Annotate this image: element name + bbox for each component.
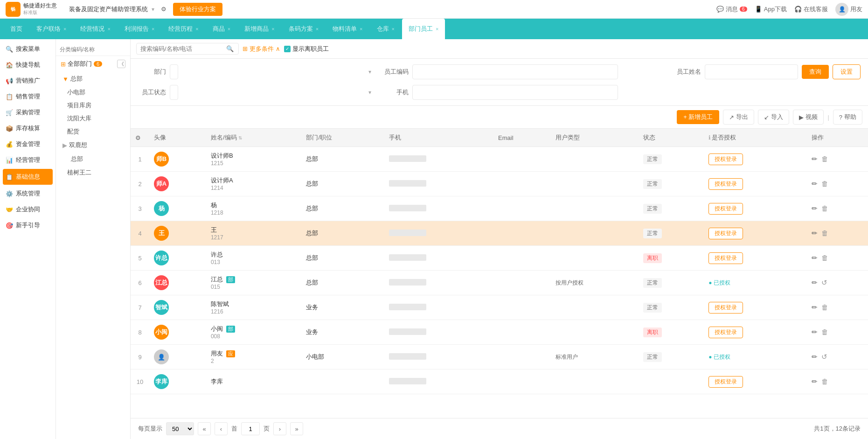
dept-node-shuanglu[interactable]: ▶ 双鹿想	[56, 138, 130, 152]
col-name[interactable]: 姓名/编码 ⇅	[206, 129, 301, 147]
query-button[interactable]: 查询	[802, 65, 829, 79]
page-size-select[interactable]: 50 20 100	[166, 422, 194, 435]
video-button[interactable]: ▶ 视频	[793, 110, 824, 125]
authorize-button[interactable]: 授权登录	[708, 302, 743, 314]
delete-icon[interactable]: 🗑	[821, 254, 828, 262]
dept-search-input[interactable]	[60, 46, 130, 53]
edit-icon[interactable]: ✏	[812, 254, 818, 262]
next-page-button[interactable]: ›	[273, 422, 286, 435]
tab-warehouse-close[interactable]: ×	[392, 26, 395, 32]
delete-icon[interactable]: ↺	[821, 353, 827, 361]
last-page-button[interactable]: »	[290, 422, 303, 435]
delete-icon[interactable]: 🗑	[821, 155, 828, 163]
tab-customer[interactable]: 客户联络 ×	[30, 19, 73, 39]
authorize-button[interactable]: 授权登录	[708, 178, 743, 190]
export-button[interactable]: ↗ 导出	[723, 110, 754, 125]
tab-bom-close[interactable]: ×	[360, 26, 362, 32]
tab-goods[interactable]: 商品 ×	[206, 19, 237, 39]
sidebar-item-system[interactable]: ⚙️ 系统管理	[0, 186, 56, 202]
authorize-button[interactable]: 授权登录	[708, 252, 743, 264]
delete-icon[interactable]: ↺	[821, 279, 827, 287]
tab-barcode-close[interactable]: ×	[316, 26, 319, 32]
edit-icon[interactable]: ✏	[812, 328, 818, 336]
sidebar-item-finance[interactable]: 💰 资金管理	[0, 136, 56, 152]
messages-button[interactable]: 💬 消息 6	[716, 5, 747, 14]
edit-icon[interactable]: ✏	[812, 155, 818, 163]
empcode-filter-input[interactable]	[412, 64, 618, 79]
tab-customer-close[interactable]: ×	[63, 26, 66, 32]
sidebar-item-marketing[interactable]: 📢 营销推广	[0, 73, 56, 89]
dept-sub-project[interactable]: 项目库房	[56, 99, 130, 112]
sidebar-item-purchase[interactable]: 🛒 采购管理	[0, 105, 56, 120]
tab-profit-close[interactable]: ×	[152, 26, 154, 32]
tab-add-goods-close[interactable]: ×	[271, 26, 274, 32]
dept-sub-shenyang[interactable]: 沈阳大库	[56, 112, 130, 125]
add-employee-button[interactable]: + 新增员工	[677, 110, 719, 124]
col-settings[interactable]: ⚙	[131, 129, 149, 147]
dept-sub-xiao-dian[interactable]: 小电部	[56, 86, 130, 99]
sidebar-item-search[interactable]: 🔍 搜索菜单	[0, 41, 56, 57]
tab-employees[interactable]: 部门员工 ×	[402, 19, 445, 39]
tab-history-close[interactable]: ×	[195, 26, 198, 32]
edit-icon[interactable]: ✏	[812, 180, 818, 188]
sidebar-item-inventory[interactable]: 📦 库存核算	[0, 120, 56, 136]
dropdown-icon[interactable]: ▾	[152, 6, 154, 13]
edit-icon[interactable]: ✏	[812, 279, 818, 287]
delete-icon[interactable]: 🗑	[821, 303, 828, 312]
trial-button[interactable]: 体验行业方案	[173, 3, 222, 16]
tab-operation-close[interactable]: ×	[107, 26, 110, 32]
delete-icon[interactable]: 🗑	[821, 180, 828, 188]
app-download-button[interactable]: 📱 App下载	[755, 5, 787, 14]
sidebar-item-corp[interactable]: 🤝 企业协同	[0, 202, 56, 217]
import-button[interactable]: ↙ 导入	[758, 110, 789, 125]
page-number-input[interactable]	[241, 422, 260, 435]
edit-icon[interactable]: ✏	[812, 377, 818, 386]
empname-filter-input[interactable]	[705, 64, 798, 79]
first-page-button[interactable]: «	[198, 422, 211, 435]
tab-history[interactable]: 经营历程 ×	[162, 19, 205, 39]
authorize-button[interactable]: 授权登录	[708, 153, 743, 165]
dept-node-zongbu[interactable]: ▼ 总部	[56, 72, 130, 86]
help-button[interactable]: ? 帮助	[833, 110, 862, 125]
tab-employees-close[interactable]: ×	[436, 26, 438, 32]
dept-sub-peihe[interactable]: 配货	[56, 125, 130, 138]
settings-icon[interactable]: ⚙	[158, 4, 169, 15]
user-menu[interactable]: 👤 用友	[835, 3, 862, 16]
tab-operation[interactable]: 经营情况 ×	[74, 19, 117, 39]
tab-bom[interactable]: 物料清单 ×	[326, 19, 369, 39]
online-service-button[interactable]: 🎧 在线客服	[794, 5, 828, 14]
authorize-button[interactable]: 授权登录	[708, 376, 743, 388]
delete-icon[interactable]: 🗑	[821, 229, 828, 237]
authorize-button[interactable]: 授权登录	[708, 327, 743, 338]
tab-home[interactable]: 首页	[4, 19, 29, 39]
authorize-button[interactable]: 授权登录	[708, 228, 743, 239]
delete-icon[interactable]: 🗑	[821, 328, 828, 336]
prev-page-button[interactable]: ‹	[215, 422, 228, 435]
authorize-button[interactable]: 授权登录	[708, 203, 743, 215]
tab-add-goods[interactable]: 新增商品 ×	[238, 19, 281, 39]
delete-icon[interactable]: 🗑	[821, 377, 828, 386]
edit-icon[interactable]: ✏	[812, 229, 818, 237]
show-resigned-checkbox[interactable]: ✓ 显示离职员工	[284, 45, 329, 53]
more-conditions-button[interactable]: ⊞ 更多条件 ∧	[243, 45, 280, 53]
dept-collapse-button[interactable]: 《	[117, 60, 125, 68]
sidebar-item-nav[interactable]: 🏠 快捷导航	[0, 57, 56, 73]
sidebar-item-guide[interactable]: 🎯 新手引导	[0, 217, 56, 233]
sidebar-item-basic[interactable]: 📋 基础信息	[3, 169, 53, 185]
tab-goods-close[interactable]: ×	[228, 26, 230, 32]
search-input[interactable]	[140, 45, 224, 52]
dept-filter-select[interactable]	[170, 64, 178, 79]
set-button[interactable]: 设置	[833, 64, 861, 79]
phone-filter-input[interactable]	[412, 85, 618, 100]
edit-icon[interactable]: ✏	[812, 303, 818, 312]
sidebar-item-sales[interactable]: 📋 销售管理	[0, 89, 56, 105]
status-filter-select[interactable]	[170, 85, 178, 100]
dept-sub-zhishu[interactable]: 植树王二	[56, 166, 130, 179]
search-submit-icon[interactable]: 🔍	[226, 45, 234, 52]
tab-barcode[interactable]: 条码方案 ×	[282, 19, 325, 39]
tab-warehouse[interactable]: 仓库 ×	[370, 19, 401, 39]
sidebar-item-operation[interactable]: 📊 经营管理	[0, 152, 56, 168]
delete-icon[interactable]: 🗑	[821, 204, 828, 213]
edit-icon[interactable]: ✏	[812, 353, 818, 361]
edit-icon[interactable]: ✏	[812, 204, 818, 213]
